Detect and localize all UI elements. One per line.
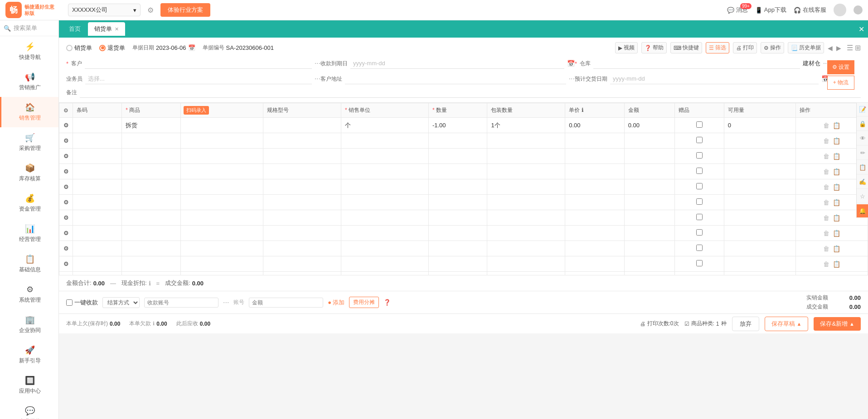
- panel-icon-6[interactable]: ✍: [857, 175, 868, 189]
- help-btn[interactable]: ❓ 帮助: [641, 42, 667, 53]
- row-gear[interactable]: ⚙: [59, 118, 73, 133]
- row-amount[interactable]: [624, 226, 675, 241]
- trial-button[interactable]: 体验行业方案: [160, 3, 210, 17]
- panel-icon-4[interactable]: ✏: [857, 146, 868, 160]
- online-service-btn[interactable]: 🎧 在线客服: [794, 6, 826, 14]
- row-amount[interactable]: [624, 133, 675, 149]
- row-gear[interactable]: ⚙: [59, 210, 73, 226]
- row-gear[interactable]: ⚙: [59, 195, 73, 210]
- settings-btn[interactable]: ⚙ 设置: [827, 60, 854, 74]
- row-qty[interactable]: -1.00: [428, 118, 487, 133]
- delete-row-icon[interactable]: 🗑: [823, 122, 829, 129]
- panel-icon-1[interactable]: 📝: [857, 103, 868, 116]
- goods-type[interactable]: ☑ 商品种类: 1 种: [684, 320, 727, 327]
- row-pack-qty[interactable]: [487, 195, 565, 210]
- row-price[interactable]: [565, 226, 624, 241]
- sidebar-item-guide[interactable]: 🚀 新手引导: [0, 340, 58, 370]
- row-amount[interactable]: [624, 272, 675, 275]
- row-gear[interactable]: ⚙: [59, 272, 73, 275]
- row-qty[interactable]: [428, 241, 487, 256]
- due-date-input[interactable]: [350, 58, 564, 69]
- row-barcode[interactable]: [73, 195, 122, 210]
- row-qty[interactable]: [428, 256, 487, 272]
- copy-row-icon[interactable]: 📋: [833, 137, 840, 144]
- delete-row-icon[interactable]: 🗑: [823, 260, 829, 268]
- settings-icon[interactable]: ⚙: [144, 4, 157, 16]
- copy-row-icon[interactable]: 📋: [833, 168, 840, 175]
- save-new-btn[interactable]: 保存&新增 ▲: [814, 317, 861, 331]
- grid-view-icon[interactable]: ⊞: [855, 43, 861, 52]
- row-unit[interactable]: [341, 195, 428, 210]
- radio-return-order[interactable]: 退货单: [99, 44, 125, 52]
- row-barcode[interactable]: [73, 241, 122, 256]
- copy-row-icon[interactable]: 📋: [833, 245, 840, 252]
- copy-row-icon[interactable]: 📋: [833, 122, 840, 129]
- row-barcode[interactable]: [73, 272, 122, 275]
- row-gear[interactable]: ⚙: [59, 179, 73, 195]
- row-goods[interactable]: [122, 256, 181, 272]
- save-draft-btn[interactable]: 保存草稿 ▲: [765, 317, 809, 331]
- payment-amount-input[interactable]: [249, 298, 323, 308]
- row-spec[interactable]: [263, 226, 341, 241]
- delete-row-icon[interactable]: 🗑: [823, 230, 829, 237]
- row-unit[interactable]: [341, 226, 428, 241]
- row-goods[interactable]: [122, 164, 181, 179]
- row-price[interactable]: 0.00: [565, 118, 624, 133]
- row-goods[interactable]: [122, 226, 181, 241]
- row-unit[interactable]: [341, 210, 428, 226]
- customer-addr-dots[interactable]: ···: [569, 75, 575, 83]
- row-gear[interactable]: ⚙: [59, 149, 73, 164]
- row-price[interactable]: [565, 210, 624, 226]
- row-qty[interactable]: [428, 179, 487, 195]
- gift-checkbox[interactable]: [696, 245, 703, 251]
- row-spec[interactable]: [263, 149, 341, 164]
- row-qty[interactable]: [428, 226, 487, 241]
- row-spec[interactable]: [263, 133, 341, 149]
- row-gift[interactable]: [675, 149, 724, 164]
- panel-icon-2[interactable]: 🔒: [857, 117, 868, 131]
- row-amount[interactable]: [624, 256, 675, 272]
- gift-checkbox[interactable]: [696, 152, 703, 159]
- row-qty[interactable]: [428, 164, 487, 179]
- gift-checkbox[interactable]: [696, 260, 703, 266]
- due-date-calendar-icon[interactable]: 📅: [567, 60, 575, 67]
- copy-row-icon[interactable]: 📋: [833, 260, 840, 268]
- gift-checkbox[interactable]: [696, 198, 703, 205]
- row-gear[interactable]: ⚙: [59, 226, 73, 241]
- sidebar-item-marketing[interactable]: 📢 营销推广: [0, 67, 58, 97]
- delete-row-icon[interactable]: 🗑: [823, 153, 829, 160]
- delete-row-icon[interactable]: 🗑: [823, 199, 829, 206]
- row-pack-qty[interactable]: [487, 210, 565, 226]
- row-pack-qty[interactable]: [487, 164, 565, 179]
- tab-sales-order[interactable]: 销货单 ✕: [88, 22, 125, 36]
- row-price[interactable]: [565, 133, 624, 149]
- one-click-checkbox[interactable]: [66, 299, 73, 306]
- row-barcode[interactable]: [73, 118, 122, 133]
- row-price[interactable]: [565, 179, 624, 195]
- row-spec[interactable]: [263, 118, 341, 133]
- row-price[interactable]: [565, 272, 624, 275]
- sidebar-item-wechat[interactable]: 💬 企业微信: [0, 400, 58, 419]
- row-spec[interactable]: [263, 164, 341, 179]
- row-pack-qty[interactable]: [487, 133, 565, 149]
- gift-checkbox[interactable]: [696, 214, 703, 220]
- discard-btn[interactable]: 放弃: [732, 317, 759, 331]
- sidebar-item-sales[interactable]: 🏠 销售管理: [0, 97, 58, 127]
- row-price[interactable]: [565, 241, 624, 256]
- radio-sales-order[interactable]: 销货单: [66, 44, 92, 52]
- row-pack-qty[interactable]: 1个: [487, 118, 565, 133]
- row-spec[interactable]: [263, 210, 341, 226]
- row-gift[interactable]: [675, 195, 724, 210]
- scan-btn[interactable]: 扫码录入: [184, 106, 209, 115]
- delete-row-icon[interactable]: 🗑: [823, 245, 829, 252]
- delete-row-icon[interactable]: 🗑: [823, 168, 829, 175]
- app-download-btn[interactable]: 📱 App下载: [755, 6, 786, 14]
- delete-row-icon[interactable]: 🗑: [823, 183, 829, 191]
- expected-date-input[interactable]: [610, 73, 819, 84]
- copy-row-icon[interactable]: 📋: [833, 230, 840, 237]
- logistics-btn[interactable]: + 物流: [827, 76, 854, 90]
- copy-row-icon[interactable]: 📋: [833, 214, 840, 222]
- row-unit[interactable]: [341, 256, 428, 272]
- row-unit[interactable]: [341, 241, 428, 256]
- warehouse-input[interactable]: [593, 58, 800, 69]
